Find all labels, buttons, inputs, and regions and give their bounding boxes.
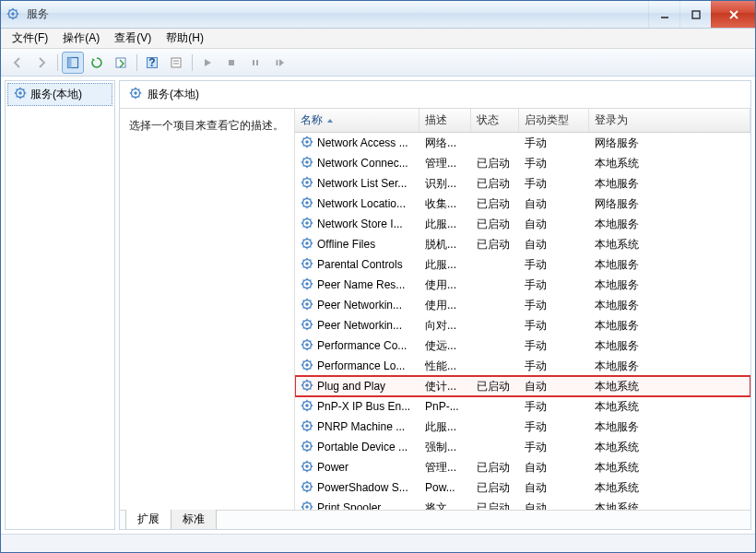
cell-startup: 手动 — [519, 176, 589, 192]
table-row[interactable]: Performance Lo...性能...手动本地服务 — [295, 356, 750, 376]
cell-description: 网络... — [419, 135, 471, 151]
cell-logon: 本地服务 — [589, 338, 750, 354]
description-prompt: 选择一个项目来查看它的描述。 — [129, 119, 284, 132]
table-row[interactable]: Network Connec...管理...已启动手动本地系统 — [295, 153, 750, 173]
cell-startup: 手动 — [519, 318, 589, 334]
gear-icon — [301, 419, 313, 435]
tab-extended[interactable]: 扩展 — [125, 510, 171, 530]
gear-icon — [301, 135, 313, 151]
cell-description: 收集... — [419, 196, 471, 212]
cell-description: 向对... — [419, 318, 471, 334]
table-row[interactable]: Print Spooler将文...已启动自动本地系统 — [295, 498, 750, 510]
column-header-name[interactable]: 名称 — [295, 109, 419, 132]
svg-rect-23 — [253, 60, 254, 65]
cell-name: Offline Files — [295, 237, 419, 253]
menu-view[interactable]: 查看(V) — [107, 29, 159, 48]
table-row[interactable]: Plug and Play使计...已启动自动本地系统 — [295, 376, 750, 396]
gear-icon — [129, 87, 142, 102]
svg-rect-24 — [256, 60, 258, 65]
restart-service-button[interactable] — [268, 52, 290, 74]
cell-startup: 自动 — [519, 480, 589, 496]
cell-name: Portable Device ... — [295, 440, 419, 455]
gear-icon — [301, 399, 313, 415]
gear-icon — [301, 379, 313, 394]
cell-status: 已启动 — [471, 237, 519, 253]
table-row[interactable]: Peer Networkin...使用...手动本地服务 — [295, 295, 750, 315]
cell-description: 此服... — [419, 419, 471, 435]
table-row[interactable]: Network List Ser...识别...已启动手动本地服务 — [295, 173, 750, 194]
help-button[interactable]: ? — [141, 52, 163, 74]
table-row[interactable]: Network Locatio...收集...已启动自动网络服务 — [295, 194, 750, 214]
tree-node-services-local[interactable]: 服务(本地) — [7, 83, 112, 106]
menu-file[interactable]: 文件(F) — [5, 29, 55, 48]
start-service-button[interactable] — [196, 52, 219, 74]
titlebar[interactable]: 服务 — [1, 1, 755, 29]
service-name-label: Network Access ... — [317, 136, 408, 149]
cell-description: 将文... — [419, 500, 471, 511]
table-row[interactable]: PNRP Machine ...此服...手动本地服务 — [295, 417, 750, 437]
column-header-status[interactable]: 状态 — [471, 109, 519, 132]
statusbar — [1, 534, 755, 552]
column-header-startup[interactable]: 启动类型 — [519, 109, 589, 132]
service-name-label: PowerShadow S... — [317, 481, 408, 494]
gear-icon — [301, 237, 313, 253]
minimize-button[interactable] — [648, 1, 679, 28]
properties-button[interactable] — [165, 52, 187, 74]
cell-startup: 手动 — [519, 156, 589, 171]
cell-logon: 本地服务 — [589, 257, 750, 273]
table-row[interactable]: Offline Files脱机...已启动自动本地系统 — [295, 234, 750, 254]
cell-name: Network Access ... — [295, 135, 419, 151]
service-name-label: Portable Device ... — [317, 441, 408, 453]
table-row[interactable]: PowerShadow S...Pow...已启动自动本地系统 — [295, 477, 750, 498]
gear-icon — [301, 500, 313, 511]
close-button[interactable] — [711, 1, 755, 28]
tree-pane[interactable]: 服务(本地) — [5, 80, 115, 530]
cell-logon: 本地服务 — [589, 176, 750, 192]
cell-name: Network Connec... — [295, 156, 419, 171]
pause-service-button[interactable] — [244, 52, 266, 74]
tab-standard[interactable]: 标准 — [171, 510, 217, 530]
cell-logon: 网络服务 — [589, 135, 750, 151]
forward-button[interactable] — [30, 52, 53, 74]
service-name-label: PNRP Machine ... — [317, 420, 405, 433]
services-window: 服务 文件(F) 操作(A) 查看(V) 帮助(H) ? 服务(本地 — [0, 0, 756, 553]
cell-logon: 本地系统 — [589, 500, 750, 511]
app-icon — [6, 7, 21, 22]
cell-description: 强制... — [419, 440, 471, 455]
menu-action[interactable]: 操作(A) — [55, 29, 107, 48]
menu-help[interactable]: 帮助(H) — [159, 29, 211, 48]
cell-startup: 自动 — [519, 237, 589, 253]
svg-rect-11 — [692, 11, 700, 18]
column-header-description[interactable]: 描述 — [419, 109, 471, 132]
cell-logon: 本地系统 — [589, 156, 750, 171]
table-row[interactable]: Performance Co...使远...手动本地服务 — [295, 335, 750, 356]
table-row[interactable]: Network Access ...网络...手动网络服务 — [295, 133, 750, 153]
table-row[interactable]: Peer Name Res...使用...手动本地服务 — [295, 275, 750, 295]
cell-logon: 本地系统 — [589, 460, 750, 476]
table-body[interactable]: Network Access ...网络...手动网络服务Network Con… — [295, 133, 750, 510]
column-header-logon[interactable]: 登录为 — [589, 109, 750, 132]
refresh-button[interactable] — [86, 52, 108, 74]
cell-status: 已启动 — [471, 480, 519, 496]
service-name-label: Peer Name Res... — [317, 278, 405, 291]
export-list-button[interactable] — [110, 52, 132, 74]
gear-icon — [301, 176, 313, 192]
gear-icon — [301, 277, 313, 293]
cell-name: Power — [295, 460, 419, 476]
cell-description: Pow... — [419, 481, 471, 494]
table-row[interactable]: Power管理...已启动自动本地系统 — [295, 457, 750, 477]
stop-service-button[interactable] — [220, 52, 242, 74]
back-button[interactable] — [6, 52, 29, 74]
view-tabs: 扩展 标准 — [120, 510, 750, 529]
cell-status: 已启动 — [471, 379, 519, 394]
table-row[interactable]: Portable Device ...强制...手动本地系统 — [295, 437, 750, 457]
sort-asc-icon — [326, 117, 334, 124]
show-hide-tree-button[interactable] — [62, 52, 84, 74]
table-row[interactable]: PnP-X IP Bus En...PnP-...手动本地系统 — [295, 396, 750, 417]
cell-startup: 手动 — [519, 277, 589, 293]
table-row[interactable]: Parental Controls此服...手动本地服务 — [295, 254, 750, 275]
maximize-button[interactable] — [679, 1, 711, 28]
table-row[interactable]: Peer Networkin...向对...手动本地服务 — [295, 315, 750, 335]
cell-status: 已启动 — [471, 460, 519, 476]
table-row[interactable]: Network Store I...此服...已启动自动本地服务 — [295, 214, 750, 234]
